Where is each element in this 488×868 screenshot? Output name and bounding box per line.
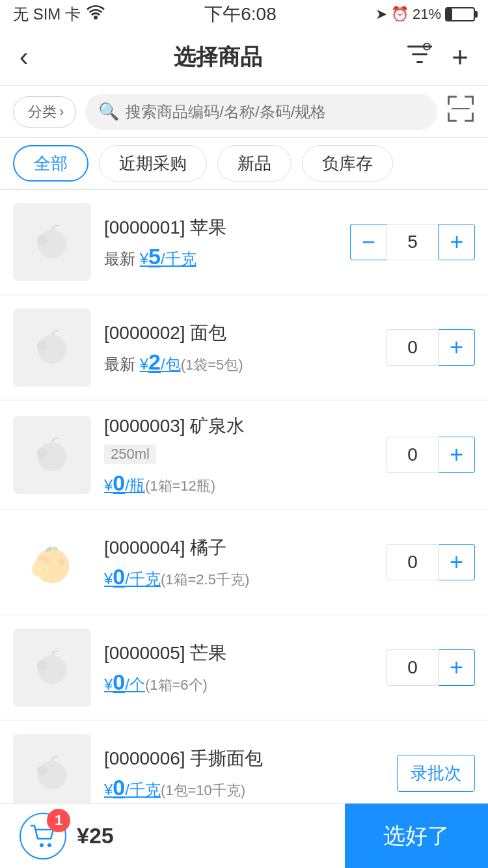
product-name: [0000004] 橘子 (104, 536, 373, 560)
svg-point-18 (37, 448, 47, 458)
cart-total: ¥25 (77, 823, 114, 848)
status-bar: 无 SIM 卡 下午6:08 ➤ ⏰ 21% (0, 0, 488, 29)
product-name: [0000002] 面包 (104, 321, 373, 346)
qty-minus-button[interactable]: − (350, 224, 386, 260)
search-row: 分类 › 🔍 (0, 86, 488, 138)
svg-rect-11 (472, 113, 474, 122)
status-left: 无 SIM 卡 (13, 4, 105, 25)
product-price: ¥0/千克(1包=10千克) (104, 775, 384, 800)
filter-icon[interactable] (407, 43, 432, 71)
qty-input[interactable] (386, 437, 439, 473)
product-price: 最新 ¥2/包(1袋=5包) (104, 349, 373, 375)
svg-point-14 (37, 235, 47, 245)
qty-control: + (386, 437, 475, 473)
qty-control: − + (350, 224, 475, 260)
category-arrow: › (59, 103, 64, 120)
product-price: ¥0/千克(1箱=2.5千克) (104, 564, 373, 590)
product-spec: 250ml (104, 444, 156, 464)
category-label: 分类 (28, 102, 57, 122)
svg-point-16 (37, 340, 47, 351)
product-image (13, 308, 91, 387)
search-icon: 🔍 (98, 102, 119, 122)
qty-control: + (386, 329, 475, 366)
batch-button[interactable]: 录批次 (397, 755, 475, 792)
battery-icon (445, 7, 475, 21)
svg-rect-1 (412, 53, 427, 55)
category-button[interactable]: 分类 › (13, 96, 76, 128)
battery-percent: 21% (413, 6, 441, 23)
status-right: ➤ ⏰ 21% (375, 6, 475, 23)
product-info: [0000004] 橘子 ¥0/千克(1箱=2.5千克) (104, 536, 373, 590)
qty-input[interactable] (386, 649, 439, 686)
qty-plus-button[interactable]: + (439, 329, 475, 366)
nav-left: ‹ (20, 42, 28, 72)
svg-point-38 (40, 843, 44, 847)
page-title: 选择商品 (174, 42, 262, 72)
svg-point-22 (59, 559, 64, 565)
product-item: [0000002] 面包 最新 ¥2/包(1袋=5包) + (0, 295, 488, 400)
svg-point-35 (37, 766, 47, 776)
cart-section: 1 ¥25 (0, 813, 345, 860)
product-image (13, 416, 91, 494)
qty-control: + (386, 649, 475, 686)
qty-plus-button[interactable]: + (439, 224, 475, 260)
product-item: [0000004] 橘子 ¥0/千克(1箱=2.5千克) + (0, 510, 488, 614)
nav-bar: ‹ 选择商品 + (0, 29, 488, 86)
cart-icon-button[interactable]: 1 (20, 813, 66, 860)
svg-rect-7 (472, 96, 474, 105)
product-price: 最新 ¥5/千克 (104, 244, 337, 269)
product-name: [0000005] 芒果 (104, 641, 373, 666)
qty-input[interactable] (386, 224, 439, 260)
search-input-wrap: 🔍 (85, 94, 437, 130)
svg-rect-5 (448, 96, 450, 105)
svg-rect-12 (452, 108, 470, 109)
tab-recent[interactable]: 近期采购 (99, 145, 207, 182)
product-item: [0000005] 芒果 ¥0/个(1箱=6个) + (0, 616, 488, 720)
product-image (13, 203, 91, 281)
qty-control: + (386, 544, 475, 580)
qty-control: 录批次 (397, 755, 475, 792)
qty-input[interactable] (386, 544, 439, 580)
bottom-bar: 1 ¥25 选好了 (0, 803, 488, 868)
nav-right: + (407, 41, 468, 74)
svg-rect-2 (416, 61, 423, 63)
svg-point-33 (37, 660, 47, 671)
product-info: [0000001] 苹果 最新 ¥5/千克 (104, 215, 337, 269)
qty-input[interactable] (386, 329, 439, 366)
wifi-icon (86, 5, 105, 23)
product-info: [0000006] 手撕面包 ¥0/千克(1包=10千克) (104, 746, 384, 800)
add-button[interactable]: + (452, 41, 468, 74)
product-list: [0000001] 苹果 最新 ¥5/千克 − + [0000002] 面包 最… (0, 190, 488, 868)
cart-badge: 1 (47, 809, 70, 832)
product-info: [0000002] 面包 最新 ¥2/包(1袋=5包) (104, 321, 373, 375)
product-info: [0000005] 芒果 ¥0/个(1箱=6个) (104, 641, 373, 695)
location-icon: ➤ (375, 6, 387, 23)
product-image (13, 629, 91, 707)
tab-new[interactable]: 新品 (217, 145, 291, 182)
confirm-button[interactable]: 选好了 (345, 804, 488, 869)
product-name: [0000006] 手撕面包 (104, 746, 384, 771)
svg-rect-0 (407, 46, 432, 47)
product-item: [0000003] 矿泉水 250ml ¥0/瓶(1箱=12瓶) + (0, 401, 488, 509)
search-input[interactable] (126, 103, 424, 121)
svg-rect-9 (448, 113, 450, 122)
product-price: ¥0/瓶(1箱=12瓶) (104, 470, 373, 496)
tab-row: 全部 近期采购 新品 负库存 (0, 138, 488, 190)
product-image (13, 523, 91, 601)
product-item: [0000001] 苹果 最新 ¥5/千克 − + (0, 190, 488, 294)
qty-plus-button[interactable]: + (439, 544, 475, 580)
tab-all[interactable]: 全部 (13, 145, 88, 182)
back-button[interactable]: ‹ (20, 42, 28, 72)
product-name: [0000001] 苹果 (104, 215, 337, 240)
qty-plus-button[interactable]: + (439, 649, 475, 686)
svg-point-39 (47, 843, 51, 847)
product-image (13, 734, 91, 812)
product-name: [0000003] 矿泉水 (104, 414, 373, 439)
tab-negative[interactable]: 负库存 (302, 145, 393, 182)
product-info: [0000003] 矿泉水 250ml ¥0/瓶(1箱=12瓶) (104, 414, 373, 496)
carrier-text: 无 SIM 卡 (13, 4, 81, 25)
scan-icon[interactable] (446, 94, 475, 129)
product-price: ¥0/个(1箱=6个) (104, 670, 373, 695)
qty-plus-button[interactable]: + (439, 437, 475, 473)
alarm-icon: ⏰ (391, 6, 409, 23)
